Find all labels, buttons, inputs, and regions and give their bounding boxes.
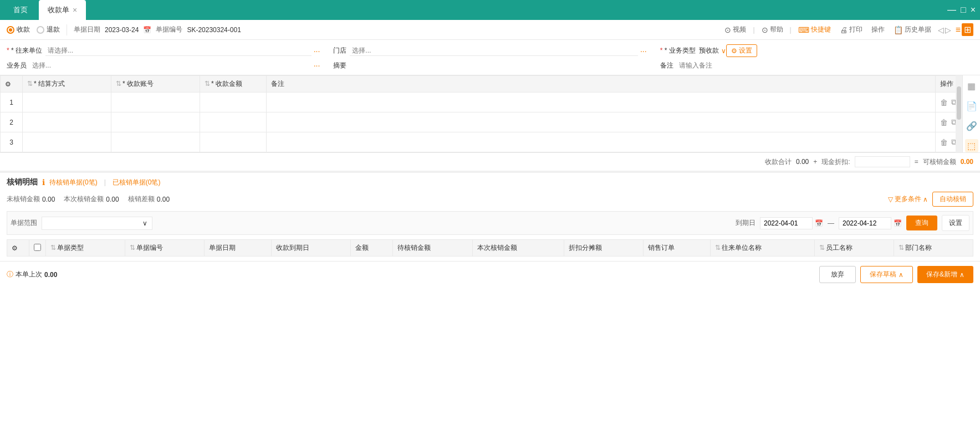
date-to-input[interactable] [839, 217, 891, 229]
bt-col-current[interactable]: 本次核销金额 [472, 240, 564, 257]
sidebar-link-icon[interactable]: 🔗 [965, 120, 978, 133]
select-all-checkbox[interactable] [34, 244, 41, 251]
store-field: 门店 ··· [333, 45, 646, 56]
calendar-icon[interactable]: 📅 [143, 26, 151, 34]
doc-date-value: 2023-03-24 [105, 26, 139, 34]
delete-icon-1[interactable]: 🗑 [940, 98, 948, 107]
col-settlement-header[interactable]: ⇅* 结算方式 [23, 76, 111, 93]
draft-button[interactable]: 保存草稿 ∧ [860, 266, 913, 283]
settings-label: 设置 [739, 46, 752, 55]
sidebar-crop-icon[interactable]: ⬚ [965, 139, 978, 152]
row-no-3: 3 [1, 132, 23, 152]
save-new-button[interactable]: 保存&新增 ∧ [917, 266, 973, 283]
diff-label: 核销差额 [128, 194, 155, 204]
row-settlement-3[interactable] [23, 132, 111, 152]
bt-col-due-date[interactable]: 收款到期日 [272, 240, 351, 257]
salesman-more-icon[interactable]: ··· [314, 61, 320, 70]
row-account-3[interactable] [111, 132, 200, 152]
tab-active-label: 收款单 [48, 5, 69, 15]
remark-input[interactable] [677, 60, 973, 70]
bt-col-counterpart[interactable]: ⇅往来单位名称 [710, 240, 814, 257]
prev-arrow[interactable]: ◁ [938, 25, 944, 34]
info-icon[interactable]: ℹ [42, 178, 45, 187]
bt-col-doc-date[interactable]: 单据日期 [205, 240, 272, 257]
sidebar-doc-icon[interactable]: 📄 [965, 100, 978, 113]
summary-input[interactable] [350, 60, 646, 70]
store-input[interactable] [350, 45, 638, 56]
counterpart-input[interactable] [45, 45, 312, 56]
row-amount-1[interactable] [200, 93, 267, 112]
row-account-2[interactable] [111, 112, 200, 132]
col-account-header[interactable]: ⇅* 收款账号 [111, 76, 200, 93]
counterpart-more-icon[interactable]: ··· [314, 47, 320, 55]
delete-icon-2[interactable]: 🗑 [940, 118, 948, 127]
row-settlement-1[interactable] [23, 93, 111, 112]
shortcut-btn[interactable]: ⌨ 快捷键 [796, 24, 833, 35]
row-amount-2[interactable] [200, 112, 267, 132]
tab-home[interactable]: 首页 [4, 0, 37, 20]
bt-col-doc-no[interactable]: ⇅单据编号 [125, 240, 205, 257]
bt-col-pending[interactable]: 待核销金额 [393, 240, 472, 257]
col-remark-header[interactable]: 备注 [267, 76, 936, 93]
row-account-1[interactable] [111, 93, 200, 112]
row-remark-3[interactable] [267, 132, 936, 152]
row-amount-3[interactable] [200, 132, 267, 152]
radio-tuidan[interactable]: 退款 [37, 25, 60, 34]
col-settings-header[interactable]: ⚙ [1, 76, 23, 93]
list-view-icon[interactable]: ≡ [956, 25, 961, 35]
bt-col-amount[interactable]: 金额 [351, 240, 393, 257]
delete-icon-3[interactable]: 🗑 [940, 138, 948, 147]
bt-col-employee[interactable]: ⇅员工名称 [814, 240, 894, 257]
minimize-icon[interactable]: — [947, 5, 956, 15]
radio-shoukuan[interactable]: 收款 [7, 25, 30, 34]
abandon-button[interactable]: 放弃 [819, 266, 856, 283]
bt-col-dept[interactable]: ⇅部门名称 [894, 240, 973, 257]
range-dropdown-arrow: ∨ [142, 219, 147, 227]
uncancelled-value: 0.00 [42, 196, 55, 203]
next-arrow[interactable]: ▷ [945, 25, 951, 34]
query-button[interactable]: 查询 [906, 216, 937, 230]
salesman-input[interactable] [30, 60, 312, 70]
help-btn[interactable]: ⊙ 帮助 [759, 24, 785, 35]
video-btn[interactable]: ⊙ 视频 [722, 24, 748, 35]
verifiable-label: 可核销金额 [923, 157, 956, 167]
operation-btn[interactable]: 操作 [869, 24, 887, 35]
cal-to-icon[interactable]: 📅 [894, 219, 902, 227]
business-type-dropdown-icon[interactable]: ∨ [721, 47, 726, 55]
more-conditions-btn[interactable]: ▽ 更多条件 ∧ [888, 194, 928, 204]
print-btn[interactable]: 🖨 打印 [838, 24, 865, 35]
auto-verify-button[interactable]: 自动核销 [932, 192, 973, 207]
bt-col-doc-type[interactable]: ⇅单据类型 [46, 240, 125, 257]
maximize-icon[interactable]: □ [961, 5, 966, 15]
pending-tab[interactable]: 待核销单据(0笔) [49, 178, 98, 187]
bt-col-check[interactable] [29, 240, 46, 257]
verification-settings-button[interactable]: 设置 [942, 215, 969, 231]
tab-close-icon[interactable]: × [73, 6, 77, 14]
close-window-icon[interactable]: × [971, 5, 976, 15]
store-more-icon[interactable]: ··· [640, 47, 647, 55]
settings-button[interactable]: ⚙ 设置 [726, 44, 757, 57]
footer-info-icon[interactable]: ⓘ [7, 270, 13, 279]
done-tab[interactable]: 已核销单据(0笔) [113, 178, 161, 187]
range-dropdown[interactable]: ∨ [42, 217, 152, 230]
scrollbar-area[interactable] [956, 75, 962, 152]
bt-col-discount[interactable]: 折扣分摊额 [564, 240, 643, 257]
grid-view-icon[interactable]: ⊞ [962, 23, 973, 36]
bt-col-sales-order[interactable]: 销售订单 [644, 240, 711, 257]
row-settlement-2[interactable] [23, 112, 111, 132]
history-btn[interactable]: 📋 历史单据 [891, 24, 933, 35]
date-from-input[interactable] [760, 217, 813, 229]
col-amount-header[interactable]: ⇅* 收款金额 [200, 76, 267, 93]
tab-active[interactable]: 收款单 × [39, 0, 86, 20]
discount-input[interactable] [855, 156, 910, 167]
bt-col-settings[interactable]: ⚙ [7, 240, 29, 257]
row-remark-2[interactable] [267, 112, 936, 132]
scrollbar-thumb[interactable] [957, 86, 961, 120]
history-icon: 📋 [894, 25, 903, 34]
filter-row: ▽ 更多条件 ∧ 自动核销 [888, 192, 973, 207]
sidebar-table-icon[interactable]: ▦ [965, 80, 978, 93]
history-label: 历史单据 [905, 25, 931, 34]
cal-from-icon[interactable]: 📅 [815, 219, 823, 227]
row-remark-1[interactable] [267, 93, 936, 112]
current-cancel-stat: 本次核销金额 0.00 [64, 194, 119, 204]
